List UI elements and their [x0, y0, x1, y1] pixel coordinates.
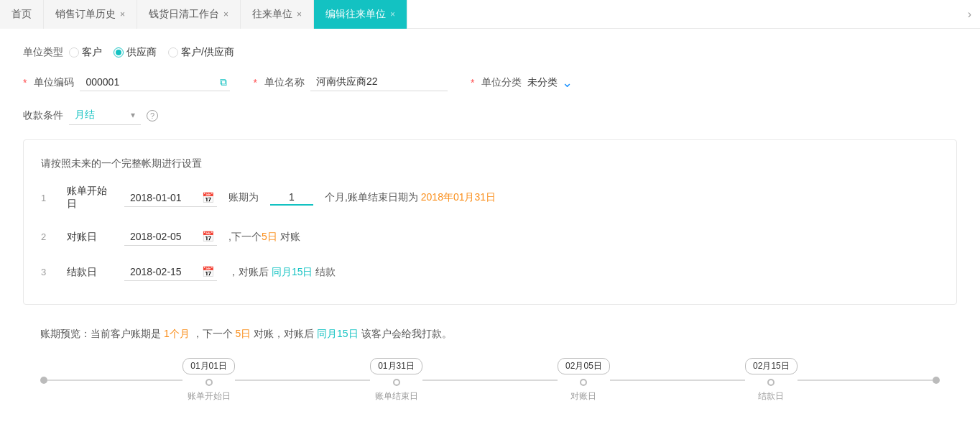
radio-both[interactable]: 客户/供应商 [168, 46, 234, 59]
timeline-badge-1: 01月01日 [182, 358, 235, 374]
unit-name-input[interactable] [310, 73, 448, 91]
period-desc-1-prefix: 账期为 [228, 191, 259, 204]
section-box: 请按照未来的一个完整帐期进行设置 1 账单开始日 📅 账期为 个月,账单结束日期… [23, 139, 957, 305]
preview-text-2: 对账，对账后 [254, 328, 314, 339]
unit-category-select[interactable]: 未分类 ⌄ [527, 75, 573, 91]
period-desc-3: ，对账后 同月15日 结款 [228, 266, 336, 279]
timeline-line-3 [422, 380, 558, 381]
timeline: 01月01日 账单开始日 01月31日 账单结束日 02月05日 对账日 [40, 358, 940, 408]
radio-both-label: 客户/供应商 [181, 46, 234, 59]
unit-category-group: * 单位分类 未分类 ⌄ [471, 75, 573, 91]
period-label-1: 账单开始日 [67, 185, 113, 211]
timeline-node-4: 02月15日 结款日 [745, 358, 798, 402]
timeline-line-2 [235, 380, 370, 381]
required-star-category: * [471, 77, 474, 88]
radio-supplier[interactable]: 供应商 [114, 46, 157, 59]
preview-section: 账期预览：当前客户账期是 1个月 ，下一个 5日 对账，对账后 同月15日 该客… [23, 316, 957, 420]
tab-sales-history[interactable]: 销售订单历史 × [44, 0, 137, 29]
unit-code-input[interactable] [80, 73, 217, 91]
timeline-node-1: 01月01日 账单开始日 [182, 358, 235, 402]
months-input[interactable] [270, 190, 313, 206]
timeline-label-2: 账单结束日 [375, 390, 418, 402]
timeline-badge-4: 02月15日 [745, 358, 798, 374]
calendar-icon-3[interactable]: 📅 [199, 266, 217, 277]
tab-cash-work[interactable]: 钱货日清工作台 × [137, 0, 241, 29]
payment-terms-label: 收款条件 [23, 109, 63, 122]
timeline-label-1: 账单开始日 [188, 390, 231, 402]
help-icon[interactable]: ? [147, 110, 158, 121]
period-number-3: 3 [41, 267, 55, 277]
unit-code-label: 单位编码 [34, 76, 74, 89]
copy-icon[interactable]: ⧉ [217, 76, 230, 88]
unit-name-label: 单位名称 [264, 76, 305, 89]
timeline-label-3: 对账日 [570, 390, 596, 402]
payment-terms-value: 月结 [75, 109, 128, 121]
preview-text-3: 该客户会给我打款。 [361, 328, 452, 339]
timeline-badge-3: 02月05日 [558, 358, 610, 374]
preview-prefix: 账期预览：当前客户账期是 [40, 328, 161, 339]
tabs-bar: 首页 销售订单历史 × 钱货日清工作台 × 往来单位 × 编辑往来单位 × › [0, 0, 980, 29]
tab-partner-unit[interactable]: 往来单位 × [241, 0, 314, 29]
unit-category-value: 未分类 [527, 76, 558, 89]
close-icon[interactable]: × [223, 9, 228, 19]
calendar-icon-1[interactable]: 📅 [199, 192, 217, 203]
payment-terms-group: 收款条件 月结 ▾ ? [23, 106, 158, 125]
period-label-2: 对账日 [67, 231, 113, 244]
unit-name-group: * 单位名称 [253, 73, 447, 91]
date-input-1: 📅 [124, 189, 217, 207]
timeline-line-1 [47, 380, 182, 381]
timeline-dot-3 [580, 379, 587, 386]
form-row-payment: 收款条件 月结 ▾ ? [23, 106, 957, 125]
radio-customer[interactable]: 客户 [69, 46, 102, 59]
tab-cash-work-label: 钱货日清工作台 [149, 8, 219, 21]
preview-highlight-1: 1个月 [164, 328, 190, 339]
end-date-highlight: 2018年01月31日 [421, 191, 496, 203]
calendar-icon-2[interactable]: 📅 [199, 231, 217, 242]
required-star: * [23, 77, 27, 88]
period-number-1: 1 [41, 193, 55, 203]
date-input-payment[interactable] [124, 263, 196, 280]
form-row-unit-info: * 单位编码 ⧉ * 单位名称 * 单位分类 未分类 ⌄ [23, 73, 957, 91]
period-label-3: 结款日 [67, 266, 113, 279]
unit-name-input-wrapper [310, 73, 448, 91]
radio-circle-both [168, 47, 178, 58]
period-desc-1-suffix: 个月,账单结束日期为 2018年01月31日 [325, 191, 496, 204]
tab-sales-history-label: 销售订单历史 [55, 8, 116, 21]
reconcile-day-highlight: 5日 [262, 231, 277, 242]
timeline-start-dot [40, 377, 47, 384]
unit-type-group: 单位类型 客户 供应商 客户/供应商 [23, 46, 234, 59]
radio-supplier-label: 供应商 [126, 46, 157, 59]
radio-customer-label: 客户 [82, 46, 102, 59]
period-row-2: 2 对账日 📅 ,下一个5日 对账 [41, 228, 939, 246]
timeline-node-2: 01月31日 账单结束日 [370, 358, 422, 402]
timeline-dot-1 [205, 379, 213, 386]
main-content: 单位类型 客户 供应商 客户/供应商 * 单位编码 [0, 29, 980, 437]
period-desc-2: ,下一个5日 对账 [228, 231, 300, 244]
tabs-expand-icon[interactable]: › [959, 8, 980, 21]
close-icon[interactable]: × [390, 9, 395, 19]
required-star-name: * [253, 77, 256, 88]
tab-home-label: 首页 [11, 8, 32, 21]
unit-code-group: * 单位编码 ⧉ [23, 73, 230, 91]
period-row-1: 1 账单开始日 📅 账期为 个月,账单结束日期为 2018年01月31日 [41, 185, 939, 211]
timeline-badge-2: 01月31日 [370, 358, 422, 374]
date-input-start[interactable] [124, 189, 196, 206]
timeline-dot-4 [767, 379, 775, 386]
preview-text-1: ，下一个 [193, 328, 233, 339]
payment-terms-select[interactable]: 月结 ▾ [69, 106, 141, 125]
tab-partner-unit-label: 往来单位 [252, 8, 292, 21]
tab-edit-partner[interactable]: 编辑往来单位 × [314, 0, 407, 29]
radio-group-unit-type: 客户 供应商 客户/供应商 [69, 46, 234, 59]
radio-circle-supplier [114, 47, 124, 58]
close-icon[interactable]: × [120, 9, 125, 19]
close-icon[interactable]: × [297, 9, 302, 19]
timeline-line-4 [610, 380, 745, 381]
unit-category-label: 单位分类 [481, 76, 522, 89]
section-title: 请按照未来的一个完整帐期进行设置 [41, 157, 939, 170]
unit-type-label: 单位类型 [23, 46, 63, 59]
preview-highlight-3: 同月15日 [317, 328, 359, 339]
date-input-reconcile[interactable] [124, 228, 196, 245]
period-row-3: 3 结款日 📅 ，对账后 同月15日 结款 [41, 263, 939, 281]
tab-edit-partner-label: 编辑往来单位 [325, 8, 386, 21]
tab-home[interactable]: 首页 [0, 0, 44, 29]
